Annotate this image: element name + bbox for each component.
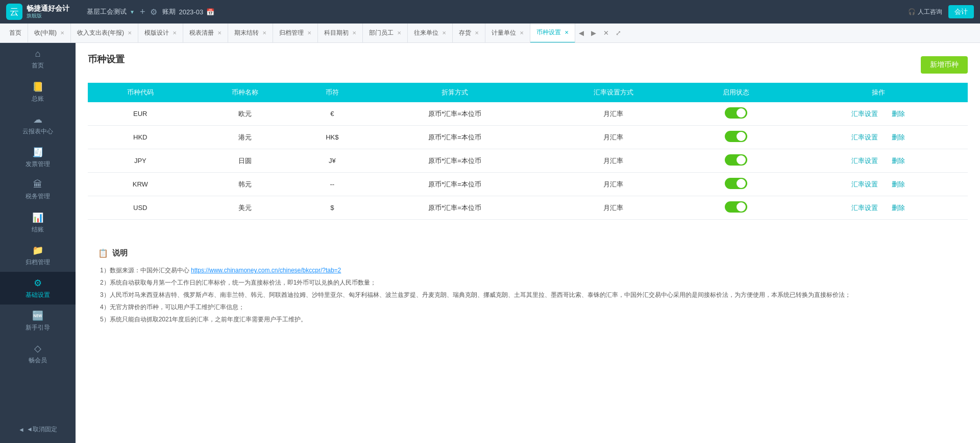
tab-subject-init[interactable]: 科目期初 ✕ <box>318 24 363 43</box>
delete-link[interactable]: 删除 <box>892 204 905 212</box>
table-row: HKD 港元 HK$ 原币*汇率=本位币 月汇率 汇率设置 删除 <box>88 126 968 149</box>
tab-close-archive[interactable]: ✕ <box>307 30 311 36</box>
status-toggle[interactable] <box>725 107 747 119</box>
rate-setting-link[interactable]: 汇率设置 <box>851 204 878 212</box>
cell-calc: 原币*汇率=本位币 <box>366 102 543 126</box>
sidebar-item-home[interactable]: ⌂ 首页 <box>0 43 76 76</box>
tab-close-template[interactable]: ✕ <box>173 30 177 36</box>
cell-symbol: HK$ <box>298 126 366 149</box>
sidebar-item-tax[interactable]: 🏛 税务管理 <box>0 174 76 206</box>
rate-setting-link[interactable]: 汇率设置 <box>851 110 878 118</box>
sidebar-item-member[interactable]: ◇ 畅会员 <box>0 337 76 370</box>
sidebar-item-ledger[interactable]: 📒 总账 <box>0 76 76 108</box>
tab-maximize-button[interactable]: ⤢ <box>612 24 624 43</box>
sidebar-item-home-label: 首页 <box>32 61 44 70</box>
tab-annual-report[interactable]: 收入支出表(年报) ✕ <box>71 24 138 43</box>
unpin-button[interactable]: ◄ ◄取消固定 <box>0 421 76 438</box>
title-row: 币种设置 新增币种 <box>88 53 968 83</box>
sidebar-item-guide[interactable]: 🆕 新手引导 <box>0 305 76 337</box>
sidebar-item-settings[interactable]: ⚙ 基础设置 <box>0 272 76 305</box>
home-icon: ⌂ <box>35 49 41 59</box>
company-selector[interactable]: 基层工会测试 ▼ <box>87 7 135 16</box>
account-button[interactable]: 会计 <box>948 5 974 18</box>
closing-icon: 📊 <box>32 212 43 223</box>
cell-rate-type: 月汇率 <box>543 196 684 220</box>
cell-status <box>684 196 789 220</box>
table-row: USD 美元 $ 原币*汇率=本位币 月汇率 汇率设置 删除 <box>88 196 968 220</box>
tab-prev-button[interactable]: ◀ <box>575 24 587 43</box>
col-symbol: 币符 <box>298 83 366 102</box>
tab-close-inventory[interactable]: ✕ <box>475 30 479 36</box>
table-row: EUR 欧元 € 原币*汇率=本位币 月汇率 汇率设置 删除 <box>88 102 968 126</box>
notice-item: 4）无官方牌价的币种，可以用户手工维护汇率信息； <box>100 301 958 313</box>
tab-close-currency[interactable]: ✕ <box>565 30 569 35</box>
ledger-icon: 📒 <box>32 81 43 92</box>
tab-template[interactable]: 模版设计 ✕ <box>138 24 183 43</box>
help-button[interactable]: 🎧 人工咨询 <box>908 8 942 16</box>
cell-name: 韩元 <box>193 173 298 196</box>
unpin-label: ◄取消固定 <box>27 425 57 434</box>
app-name: 畅捷通好会计 <box>27 4 69 13</box>
sidebar-item-closing[interactable]: 📊 结账 <box>0 206 76 239</box>
delete-link[interactable]: 删除 <box>892 110 905 118</box>
cell-symbol: $ <box>298 196 366 220</box>
tab-close-department[interactable]: ✕ <box>397 30 401 36</box>
status-toggle[interactable] <box>725 201 747 213</box>
cell-rate-type: 月汇率 <box>543 102 684 126</box>
status-toggle[interactable] <box>725 131 747 142</box>
top-actions: 🎧 人工咨询 会计 <box>908 5 974 18</box>
tab-close-annual[interactable]: ✕ <box>128 30 132 36</box>
delete-link[interactable]: 删除 <box>892 133 905 141</box>
tab-home[interactable]: 首页 <box>3 24 28 43</box>
notice-link[interactable]: https://www.chinamoney.com.cn/chinese/bk… <box>191 267 341 274</box>
delete-link[interactable]: 删除 <box>892 157 905 165</box>
sidebar-item-archive-label: 归档管理 <box>26 258 50 267</box>
calendar-icon[interactable]: 📅 <box>206 8 214 16</box>
tab-contacts[interactable]: 往来单位 ✕ <box>408 24 453 43</box>
rate-setting-link[interactable]: 汇率设置 <box>851 180 878 188</box>
tab-currency[interactable]: 币种设置 ✕ <box>530 24 575 43</box>
settings-gear-icon: ⚙ <box>34 277 42 289</box>
rate-setting-link[interactable]: 汇率设置 <box>851 157 878 165</box>
cell-calc: 原币*汇率=本位币 <box>366 173 543 196</box>
content-inner: 币种设置 新增币种 币种代码 币种名称 币符 折算方式 汇率设置方式 启用状态 … <box>76 43 980 344</box>
delete-link[interactable]: 删除 <box>892 180 905 188</box>
status-toggle[interactable] <box>725 154 747 166</box>
headset-icon: 🎧 <box>908 8 916 15</box>
tab-period[interactable]: 收(中期) ✕ <box>28 24 71 43</box>
tab-inventory[interactable]: 存货 ✕ <box>453 24 485 43</box>
sidebar: ⌂ 首页 📒 总账 ☁ 云报表中心 🧾 发票管理 🏛 税务管理 📊 结账 📁 归… <box>0 43 76 443</box>
table-body: EUR 欧元 € 原币*汇率=本位币 月汇率 汇率设置 删除 HKD 港元 HK… <box>88 102 968 220</box>
cell-actions: 汇率设置 删除 <box>789 126 968 149</box>
tab-close-subject[interactable]: ✕ <box>352 30 356 36</box>
settings-icon[interactable]: ⚙ <box>150 7 157 17</box>
tab-period-end[interactable]: 期末结转 ✕ <box>228 24 273 43</box>
tab-next-button[interactable]: ▶ <box>587 24 600 43</box>
tab-department[interactable]: 部门员工 ✕ <box>363 24 408 43</box>
cell-code: EUR <box>88 102 193 126</box>
col-actions: 操作 <box>789 83 968 102</box>
tab-close-taxbook[interactable]: ✕ <box>217 30 222 36</box>
tab-close-unit[interactable]: ✕ <box>520 30 524 36</box>
sidebar-item-archive[interactable]: 📁 归档管理 <box>0 239 76 272</box>
tab-unit[interactable]: 计量单位 ✕ <box>485 24 530 43</box>
cell-rate-type: 月汇率 <box>543 173 684 196</box>
cell-actions: 汇率设置 删除 <box>789 149 968 173</box>
tab-close-period[interactable]: ✕ <box>60 30 64 36</box>
tab-close-period-end[interactable]: ✕ <box>262 30 266 36</box>
tab-close-all-button[interactable]: ✕ <box>600 24 612 43</box>
new-currency-button[interactable]: 新增币种 <box>921 56 968 74</box>
sidebar-item-member-label: 畅会员 <box>29 356 47 365</box>
notice-item: 3）人民币对马来西亚林吉特、俄罗斯卢布、南非兰特、韩元、阿联酋迪拉姆、沙特里亚尔… <box>100 289 958 301</box>
period-value: 2023-03 <box>179 8 203 16</box>
status-toggle[interactable] <box>725 178 747 189</box>
tab-close-contacts[interactable]: ✕ <box>442 30 446 36</box>
tab-taxbook[interactable]: 税表清册 ✕ <box>183 24 228 43</box>
pin-icon: ◄ <box>18 426 24 433</box>
tab-bar: 首页 收(中期) ✕ 收入支出表(年报) ✕ 模版设计 ✕ 税表清册 ✕ 期末结… <box>0 24 980 43</box>
rate-setting-link[interactable]: 汇率设置 <box>851 133 878 141</box>
tab-archive[interactable]: 归档管理 ✕ <box>273 24 318 43</box>
sidebar-item-reports[interactable]: ☁ 云报表中心 <box>0 108 76 141</box>
add-company-icon[interactable]: + <box>140 7 145 17</box>
sidebar-item-invoice[interactable]: 🧾 发票管理 <box>0 141 76 174</box>
